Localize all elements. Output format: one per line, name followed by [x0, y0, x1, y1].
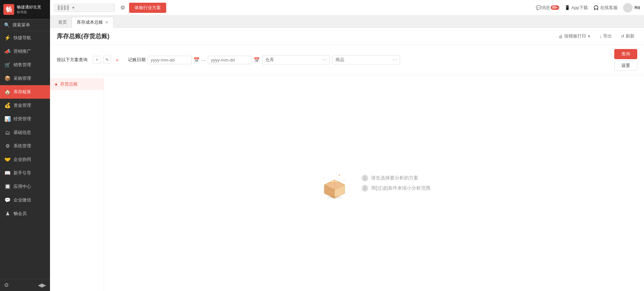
filter-date-field: 记账日期 📅 — 📅: [128, 56, 259, 64]
service-icon: 🎧: [593, 5, 599, 10]
sidebar-item-system[interactable]: ⚙ 系统管理: [0, 139, 50, 153]
sidebar-item-newbie[interactable]: 📖 新手引导: [0, 166, 50, 180]
scheme-item-icon: ●: [55, 81, 57, 87]
topbar: ▋▋▋▋ ▼ ⚙ 体验行业方案 💬 消息 99+ 📱 App下载 🎧 在线客服: [50, 0, 644, 16]
sidebar-item-marketing[interactable]: 📣 营销推广: [0, 45, 50, 58]
sidebar-item-appstore[interactable]: 🔲 应用中心: [0, 180, 50, 193]
filter-actions: + ✎ «: [93, 56, 121, 64]
finance-icon: 💰: [4, 102, 11, 108]
warehouse-more-icon[interactable]: ···: [322, 57, 327, 63]
wechat-icon: 💬: [4, 197, 11, 203]
main-content: ▋▋▋▋ ▼ ⚙ 体验行业方案 💬 消息 99+ 📱 App下载 🎧 在线客服: [50, 0, 644, 291]
empty-state-inner: ✦ ✦ ✦ 1 请先选择要分析的方案 2: [318, 166, 430, 200]
logo-subtitle: 标准版: [17, 10, 41, 15]
tab-close-icon[interactable]: ✕: [105, 20, 108, 25]
scheme-item-label: 存货总账: [60, 81, 78, 87]
avatar: [623, 3, 633, 13]
goods-more-icon[interactable]: ···: [393, 57, 397, 63]
sidebar-item-label: 采购管理: [14, 75, 46, 81]
sidebar-item-vip[interactable]: ♟ 畅会员: [0, 207, 50, 220]
search-icon: 🔍: [4, 22, 10, 28]
refresh-btn[interactable]: ↺ 刷新: [618, 32, 637, 41]
topbar-user[interactable]: Rit: [623, 3, 640, 13]
print-label: 按模板打印: [564, 33, 586, 39]
topbar-service[interactable]: 🎧 在线客服: [593, 5, 618, 11]
sidebar-item-sales[interactable]: 🛒 销售管理: [0, 58, 50, 72]
svg-text:✦: ✦: [338, 173, 341, 177]
sidebar-item-label: 基础信息: [14, 129, 46, 136]
tip-num-2: 2: [362, 185, 368, 192]
collapse-icon[interactable]: ◀▶: [38, 282, 46, 288]
sidebar-item-label: 资金管理: [14, 102, 46, 108]
topbar-right: 💬 消息 99+ 📱 App下载 🎧 在线客服 Rit: [536, 3, 640, 13]
export-icon: ↓: [600, 34, 602, 39]
sidebar-item-ops[interactable]: 📊 经营管理: [0, 112, 50, 126]
topbar-search[interactable]: ▋▋▋▋ ▼: [54, 4, 115, 12]
newbie-icon: 📖: [4, 170, 11, 176]
date-separator: —: [201, 57, 206, 63]
message-icon: 💬: [536, 5, 541, 10]
print-dropdown-icon[interactable]: ▼: [588, 34, 591, 38]
tab-home[interactable]: 首页: [53, 17, 72, 27]
sidebar-search[interactable]: 🔍 搜索菜单: [0, 19, 50, 31]
tab-home-label: 首页: [58, 19, 67, 25]
filter-goods-field[interactable]: 商品 ···: [332, 55, 400, 65]
appstore-icon: 🔲: [4, 184, 11, 190]
sidebar-item-label: 销售管理: [14, 62, 46, 68]
vip-icon: ♟: [4, 211, 11, 217]
sidebar-item-basic[interactable]: 🗂 基础信息: [0, 126, 50, 139]
date-from-input[interactable]: [148, 56, 192, 64]
inventory-icon: 🏠: [4, 89, 11, 95]
marketing-icon: 📣: [4, 48, 11, 54]
calendar-to-icon[interactable]: 📅: [254, 57, 259, 63]
scheme-sidebar: ● 存货总账: [50, 75, 104, 291]
sidebar-item-corp[interactable]: 🤝 企业协同: [0, 153, 50, 166]
tab-inventory-ledger[interactable]: 库存成本总账 ✕: [72, 17, 114, 28]
settings-button[interactable]: 设置: [614, 60, 637, 71]
sidebar-item-quick-nav[interactable]: ⚡ 快捷导航: [0, 31, 50, 45]
sidebar-item-inventory[interactable]: 🏠 库存核算: [0, 85, 50, 99]
filter-label: 按以下方案查询: [57, 57, 88, 63]
topbar-settings-icon[interactable]: ⚙: [120, 4, 125, 11]
query-button[interactable]: 查询: [614, 49, 637, 59]
settings-bottom-icon[interactable]: ⚙: [4, 282, 9, 288]
refresh-label: 刷新: [626, 33, 635, 39]
scheme-item-inventory-total[interactable]: ● 存货总账: [50, 78, 104, 90]
app-icon: 📱: [565, 5, 570, 10]
empty-state-illustration: ✦ ✦ ✦: [318, 166, 351, 200]
print-template-btn[interactable]: 🖨 按模板打印 ▼: [556, 32, 594, 41]
page-content: 库存总账(存货总账) 🖨 按模板打印 ▼ ↓ 导出 ↺ 刷新: [50, 28, 644, 291]
industry-btn[interactable]: 体验行业方案: [129, 3, 166, 13]
corp-icon: 🤝: [4, 156, 11, 163]
basic-icon: 🗂: [4, 130, 11, 136]
tip-text-1: 请先选择要分析的方案: [371, 175, 418, 181]
filter-collapse-btn[interactable]: «: [113, 56, 121, 64]
filter-edit-btn[interactable]: ✎: [103, 56, 111, 64]
svg-point-8: [327, 196, 342, 199]
topbar-message[interactable]: 💬 消息 99+: [536, 5, 559, 11]
sidebar-item-finance[interactable]: 💰 资金管理: [0, 99, 50, 112]
date-to-input[interactable]: [208, 56, 252, 64]
sidebar-item-purchase[interactable]: 📦 采购管理: [0, 72, 50, 85]
export-btn[interactable]: ↓ 导出: [597, 32, 615, 41]
sidebar-item-label: 库存核算: [14, 89, 46, 95]
empty-tip-1: 1 请先选择要分析的方案: [362, 175, 430, 181]
sidebar: 畅 畅捷通好生意 标准版 🔍 搜索菜单 ⚡ 快捷导航 📣 营销推广 🛒 销售管理…: [0, 0, 50, 291]
tip-text-2: 用[过滤]条件来缩小分析范围: [371, 185, 430, 191]
calendar-from-icon[interactable]: 📅: [194, 57, 199, 63]
logo-title: 畅捷通好生意: [17, 4, 41, 10]
filter-row: 按以下方案查询 + ✎ « 记账日期 📅 — 📅 仓库 ···: [50, 45, 644, 75]
topbar-app-download[interactable]: 📱 App下载: [565, 5, 588, 11]
sidebar-bottom: ⚙ ◀▶: [0, 279, 50, 291]
sidebar-item-label: 系统管理: [14, 143, 46, 149]
user-name: Rit: [635, 5, 640, 10]
tabbar: 首页 库存成本总账 ✕: [50, 16, 644, 28]
refresh-icon: ↺: [621, 34, 624, 39]
filter-add-btn[interactable]: +: [93, 56, 101, 64]
logo-text: 畅捷通好生意 标准版: [17, 4, 41, 15]
empty-tip-2: 2 用[过滤]条件来缩小分析范围: [362, 185, 430, 192]
sidebar-item-wechat[interactable]: 💬 企业微信: [0, 193, 50, 207]
sidebar-item-label: 快捷导航: [14, 35, 46, 41]
topbar-dropdown-arrow[interactable]: ▼: [71, 5, 75, 10]
filter-warehouse-field[interactable]: 仓库 ···: [262, 55, 330, 65]
